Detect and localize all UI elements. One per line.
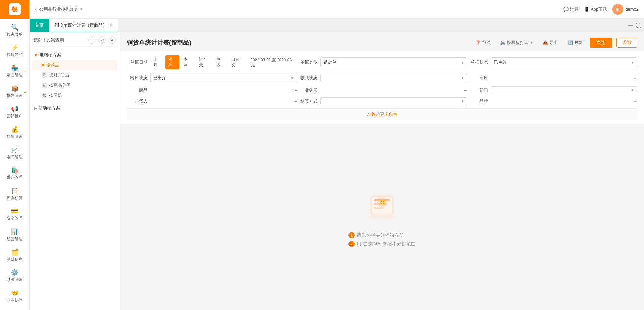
filter-bill-type: 单据类型 销货单 ▼ (297, 57, 467, 67)
user-area[interactable]: E demo2 (612, 4, 639, 15)
filter-out-status: 出库状态 已出库 ▼ (127, 73, 297, 83)
date-tab-more[interactable]: 更多 (213, 55, 227, 69)
collect-status-label: 收款状态 (297, 75, 320, 81)
date-tab-this-month[interactable]: 本月 (165, 55, 179, 69)
download-label: App下载 (591, 6, 607, 12)
sidebar-item-newbie[interactable]: 🎓 新手引导 (0, 307, 29, 310)
settlement-label: 结算方式 (297, 98, 320, 104)
ecom-icon: 🛒 (11, 146, 18, 154)
mobile-scheme-group: ▶ 移动端方案 (30, 103, 120, 113)
active-dot-icon (42, 64, 44, 66)
collect-status-control: ▼ (320, 74, 467, 82)
tip-num-1: 1 (348, 232, 355, 238)
tab-home-label: 首页 (35, 22, 44, 29)
main-content: 办公用品行业模拟账套 ▼ 💬 消息 📱 App下载 E demo2 首页 (30, 0, 644, 310)
out-status-control: 已出库 ▼ (150, 73, 297, 83)
sidebar-item-retail[interactable]: 🏪 零售管理 (0, 61, 29, 82)
scheme-item-by-cat[interactable]: 目 按商品分类 (32, 80, 117, 90)
collect-status-select[interactable]: ▼ (320, 74, 467, 82)
enterprise-icon: 🤝 (11, 290, 18, 297)
sidebar-item-ops[interactable]: 📊 经营管理 (0, 225, 29, 245)
sidebar-item-ecom-label: 电商管理 (7, 154, 23, 160)
left-panel-title: 按以下方案查询 (34, 37, 64, 43)
dropdown-icon: ▼ (80, 7, 83, 11)
sidebar-item-finance[interactable]: 💳 资金管理 (0, 204, 29, 225)
download-btn[interactable]: 📱 App下载 (584, 6, 607, 12)
tab-close-btn[interactable]: ✕ (109, 23, 112, 28)
retail-icon: 🏪 (11, 64, 18, 72)
settings-btn[interactable]: 设置 (616, 38, 637, 48)
settlement-control: ▼ (320, 97, 467, 105)
warehouse-input[interactable] (491, 76, 631, 80)
search-icon: 🔍 (11, 23, 18, 31)
sidebar-item-search[interactable]: 🔍 搜索菜单 (0, 20, 29, 41)
refresh-btn[interactable]: 🔄 刷新 (565, 38, 586, 47)
product-input[interactable] (150, 89, 291, 92)
sidebar-item-ecom[interactable]: 🛒 电商管理 (0, 143, 29, 163)
bill-date-control: 上月 本月 本年 近7天 更多 自定义 2023-03-01 至 2023-03… (150, 55, 297, 69)
help-btn[interactable]: ❓ 帮助 (473, 38, 493, 47)
receiver-input[interactable] (150, 100, 291, 103)
sidebar-item-inventory[interactable]: 📋 库存核算 (0, 184, 29, 204)
scheme-item-by-product[interactable]: 按商品 (32, 60, 117, 70)
page-header: 销货单统计计表(按商品) ❓ 帮助 🖨️ 按模板打印 ▼ 📤 导出 (120, 32, 644, 51)
sidebar-item-quick[interactable]: ⚡ 快捷导航 (0, 41, 29, 61)
message-btn[interactable]: 💬 消息 (563, 6, 579, 12)
department-select[interactable]: ▼ (491, 86, 637, 94)
brand-more-btn[interactable]: ··· (634, 99, 637, 104)
date-tab-custom[interactable]: 自定义 (228, 55, 246, 69)
sidebar-item-marketing[interactable]: 📢 营销推广 (0, 102, 29, 122)
export-btn[interactable]: 📤 导出 (540, 38, 561, 47)
minimize-btn[interactable]: — (628, 22, 633, 29)
logo-initial: 畅 (12, 5, 18, 13)
bill-type-select[interactable]: 销货单 ▼ (320, 57, 467, 67)
sidebar-item-enterprise[interactable]: 🤝 企业协同 (0, 286, 29, 307)
message-icon: 💬 (563, 7, 569, 12)
bill-status-label: 单据状态 (467, 59, 491, 65)
settlement-select[interactable]: ▼ (320, 97, 467, 105)
tab-home[interactable]: 首页 (30, 19, 49, 32)
receiver-more-btn[interactable]: ··· (293, 99, 297, 104)
nav-icon: ⚡ (11, 44, 18, 51)
product-more-btn[interactable]: ··· (293, 88, 297, 93)
collapse-panel-btn[interactable]: « (108, 36, 116, 44)
query-btn[interactable]: 查询 (590, 38, 612, 48)
sidebar-item-wholesale[interactable]: 📦 批发管理 (0, 82, 29, 102)
brand-input[interactable] (491, 100, 631, 103)
tabs-bar: 首页 销货单统计计表（按商品） ✕ — ⛶ (30, 19, 644, 32)
message-label: 消息 (570, 6, 579, 12)
tab-sales-stats[interactable]: 销货单统计计表（按商品） ✕ (49, 19, 118, 32)
sidebar-item-purchase[interactable]: 🛍️ 采购管理 (0, 163, 29, 184)
filter-warehouse: 仓库 ··· (467, 75, 637, 81)
filter-row-4: 收货人 ··· 结算方式 ▼ (127, 97, 637, 105)
logo-area[interactable]: 畅 (0, 0, 29, 19)
add-scheme-btn[interactable]: ＋ (88, 36, 96, 44)
mobile-scheme-label: 移动端方案 (38, 105, 60, 111)
sidebar-item-ops-label: 经营管理 (7, 236, 23, 242)
bill-status-select[interactable]: 已生效 ▼ (491, 57, 637, 67)
date-tab-7days[interactable]: 近7天 (196, 55, 212, 69)
top-nav: 办公用品行业模拟账套 ▼ 💬 消息 📱 App下载 E demo2 (30, 0, 644, 19)
scheme-item-by-month-product[interactable]: 月 按月+商品 (32, 70, 117, 80)
print-btn[interactable]: 🖨️ 按模板打印 ▼ (497, 38, 536, 47)
sidebar-item-system[interactable]: ⚙️ 系统管理 (0, 266, 29, 286)
empty-tip-2-label: 用[过滤]条件来缩小分析范围 (357, 241, 416, 247)
sidebar-item-basic[interactable]: 🗂️ 基础信息 (0, 245, 29, 266)
page-title: 销货单统计计表(按商品) (127, 39, 191, 47)
warehouse-more-btn[interactable]: ··· (634, 75, 637, 80)
date-tab-this-year[interactable]: 本年 (181, 55, 195, 69)
settings-scheme-btn[interactable]: ⚙ (98, 36, 106, 44)
maximize-btn[interactable]: ⛶ (636, 22, 641, 29)
desktop-scheme-header[interactable]: ▼ 电脑端方案 (32, 50, 117, 60)
mobile-scheme-header[interactable]: ▶ 移动端方案 (32, 103, 117, 113)
out-status-select[interactable]: 已出库 ▼ (150, 73, 297, 83)
salesperson-input[interactable] (320, 89, 461, 92)
scheme-item-by-dept[interactable]: 按 按司机 (32, 90, 117, 100)
date-tab-last-month[interactable]: 上月 (150, 55, 164, 69)
app-selector[interactable]: 办公用品行业模拟账套 ▼ (35, 6, 83, 12)
salesperson-more-btn[interactable]: ··· (464, 88, 467, 93)
collapse-filter-btn[interactable]: ∧ 收起更多条件 (127, 108, 637, 120)
warehouse-control: ··· (491, 75, 637, 80)
sidebar-item-sales[interactable]: 💰 销售管理 (0, 122, 29, 143)
system-icon: ⚙️ (11, 269, 18, 276)
